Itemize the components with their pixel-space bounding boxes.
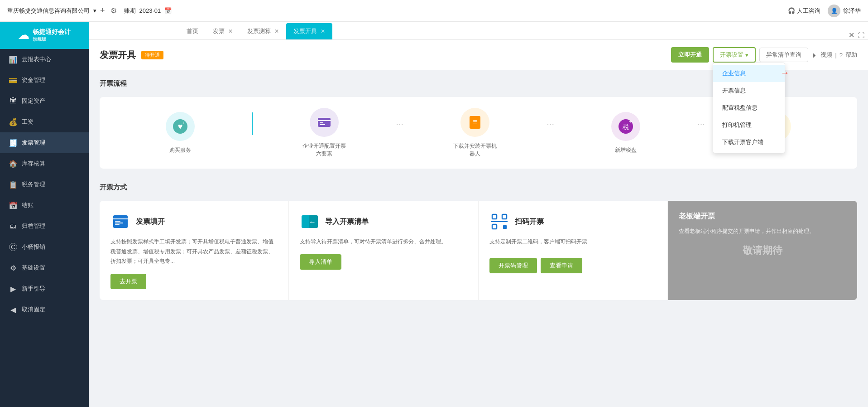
tab-invoice-close[interactable]: ✕ [228,28,233,34]
activate-button[interactable]: 立即开通 [671,47,709,63]
tab-home-label: 首页 [187,27,198,35]
tab-invoice-calc-label: 发票测算 [247,27,271,35]
header-actions: 立即开通 开票设置 ▾ 企业信息 → [671,47,857,63]
dropdown-item-tax-config[interactable]: 配置税盘信息 [713,99,785,116]
import-list-header: ← 导入开票清单 [300,212,467,232]
import-list-button[interactable]: 导入清单 [300,254,341,270]
sidebar-item-basic-settings[interactable]: ⚙ 基础设置 [0,257,89,278]
method-scan-invoice: 扫码开票 支持定制开票二维码，客户端可扫码开票 开票码管理 查看申请 [479,201,668,300]
sidebar-item-label: 税务管理 [22,180,45,189]
sidebar-item-tax-mgmt[interactable]: 📋 税务管理 [0,174,89,195]
top-bar: 重庆畅捷交通信息咨询有限公司 ▾ + ⚙ 账期 2023-01 📅 🎧 人工咨询… [0,0,868,22]
video-help-area: ⏵ 视频 | ? 帮助 [812,51,857,59]
sidebar-item-fixed-assets[interactable]: 🏛 固定资产 [0,91,89,111]
import-list-desc: 支持导入待开票清单，可对待开票清单进行拆分、合并处理。 [300,237,467,247]
svg-rect-15 [113,215,128,228]
add-icon[interactable]: + [100,6,105,15]
consult-button[interactable]: 🎧 人工咨询 [788,7,820,15]
svg-rect-19 [115,224,120,225]
tab-invoice-open[interactable]: 发票开具 ✕ [286,23,332,39]
sidebar-item-cloud-report[interactable]: 📊 云报表中心 [0,49,89,70]
tab-invoice-calc-close[interactable]: ✕ [274,28,279,34]
boss-invoice-title: 老板端开票 [679,212,715,221]
company-selector[interactable]: 重庆畅捷交通信息咨询有限公司 ▾ [7,7,96,15]
sidebar-item-inventory[interactable]: 🏠 库存核算 [0,153,89,174]
svg-rect-24 [502,214,507,219]
consult-label: 人工咨询 [797,7,820,15]
tab-invoice-calc[interactable]: 发票测算 ✕ [240,23,286,39]
fill-invoice-button[interactable]: 去开票 [110,274,146,289]
sidebar-item-settlement[interactable]: 📅 结账 [0,195,89,216]
exception-query-button[interactable]: 异常清单查询 [759,48,808,62]
process-step-buy: ♥+ 购买服务 [110,112,250,154]
tab-close-all[interactable]: ✕ [849,31,854,39]
scan-invoice-desc: 支持定制开票二维码，客户端可扫码开票 [489,237,657,247]
logo-icon: ☁ [18,29,29,42]
method-boss-invoice: 老板端开票 查看老板端小程序提交的开票申请，并作出相应的处理。 敬请期待 [668,201,857,300]
dropdown-arrow-icon: → [780,68,789,78]
user-name: 徐泽华 [843,7,861,15]
buy-service-label: 购买服务 [169,146,191,154]
boss-invoice-overlay: 敬请期待 [679,244,846,257]
sidebar-item-fund-mgmt[interactable]: 💳 资金管理 [0,70,89,91]
import-list-icon: ← [300,212,320,232]
top-bar-actions: + ⚙ [100,6,117,15]
fixed-assets-icon: 🏛 [9,97,17,105]
invoice-methods: 发票填开 支持按照发票样式手工填开发票；可开具增值税电子普通发票、增值税普通发票… [100,201,857,300]
config-company-icon [310,108,339,137]
period-selector[interactable]: 账期 2023-01 📅 [124,7,172,15]
svg-rect-17 [115,221,120,222]
period-label: 账期 [124,7,136,15]
sidebar-item-new-guide[interactable]: ▶ 新手引导 [0,278,89,299]
page-header: 发票开具 待开通 立即开通 开票设置 ▾ 企业信息 [89,40,868,70]
fund-mgmt-icon: 💳 [9,76,17,84]
basic-settings-icon: ⚙ [9,264,17,272]
dropdown-item-company-info[interactable]: 企业信息 → [713,65,785,82]
sidebar-item-label: 小畅报销 [22,243,45,251]
method-import-list: ← 导入开票清单 支持导入待开票清单，可对待开票清单进行拆分、合并处理。 导入清… [289,201,478,300]
view-apply-button[interactable]: 查看申请 [541,258,582,273]
status-badge: 待开通 [141,51,163,59]
svg-text:≡: ≡ [473,118,477,126]
invoice-methods-title: 开票方式 [100,183,857,192]
tab-invoice-label: 发票 [213,27,225,35]
svg-rect-3 [318,118,331,127]
xiaochang-icon: C [9,243,17,251]
tab-home[interactable]: 首页 [179,23,206,39]
scan-invoice-header: 扫码开票 [489,212,657,232]
boss-invoice-desc: 查看老板端小程序提交的开票申请，并作出相应的处理。 [679,227,846,237]
video-label[interactable]: 视频 [820,51,832,59]
dropdown-item-download-client[interactable]: 下载开票客户端 [713,134,785,151]
avatar: 👤 [828,5,840,17]
fill-invoice-desc: 支持按照发票样式手工填开发票；可开具增值税电子普通发票、增值税普通发票、增值税专… [110,237,278,266]
sidebar-logo: ☁ 畅捷通好会计 旗舰版 [0,22,89,49]
settings-button[interactable]: 开票设置 ▾ [713,47,756,63]
svg-rect-5 [320,122,323,123]
tab-expand[interactable]: ⛶ [858,32,864,39]
sidebar-item-archive[interactable]: 🗂 归档管理 [0,216,89,237]
settlement-icon: 📅 [9,201,17,209]
sidebar-item-label: 新手引导 [22,285,45,293]
sidebar-item-label: 发票管理 [22,139,45,147]
user-info[interactable]: 👤 徐泽华 [828,5,861,17]
headset-icon: 🎧 [788,7,795,14]
tab-invoice[interactable]: 发票 ✕ [206,23,240,39]
tab-invoice-open-close[interactable]: ✕ [321,28,325,34]
period-value: 2023-01 [139,7,161,14]
invoice-mgmt-icon: 🧾 [9,139,17,147]
help-label[interactable]: 帮助 [845,51,857,59]
process-step-config: 企业开通配置开票六要素 [254,108,394,158]
dropdown-item-invoice-info[interactable]: 开票信息 [713,82,785,99]
settings-icon[interactable]: ⚙ [110,6,117,15]
sidebar-item-payroll[interactable]: 💰 工资 [0,111,89,132]
process-arrow-2: ··· [547,119,554,129]
import-list-title: 导入开票清单 [325,217,369,227]
svg-text:+: + [182,121,185,126]
sidebar-item-invoice-mgmt[interactable]: 🧾 发票管理 [0,132,89,153]
sidebar-item-label: 云报表中心 [22,55,51,63]
chevron-down-icon: ▾ [93,7,96,14]
sidebar-item-cancel-fixed[interactable]: ◀ 取消固定 [0,299,89,320]
sidebar-item-xiaochang[interactable]: C 小畅报销 [0,237,89,257]
dropdown-item-printer-mgmt[interactable]: 打印机管理 [713,116,785,134]
scan-qr-button[interactable]: 开票码管理 [489,258,537,273]
